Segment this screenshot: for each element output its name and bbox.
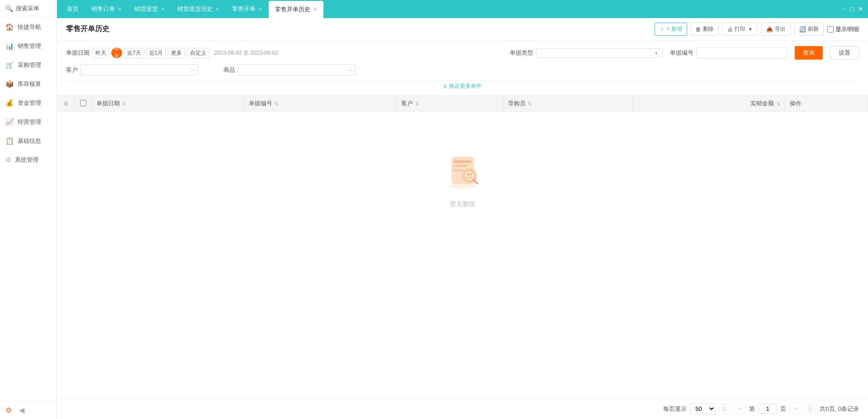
tab-retail-open-label: 零售开单 xyxy=(232,5,256,13)
system-icon: ⚙ xyxy=(5,156,11,164)
pagination: 每页显示 50 10 20 100 ⟨⟨ ＜ 第 页 ＞ ⟩⟩ 共0页, 0条记… xyxy=(57,398,868,419)
th-amount-label: 实销金额 xyxy=(750,100,774,107)
query-button[interactable]: 查询 xyxy=(795,46,823,60)
sidebar-item-finance[interactable]: 💰 资金管理 xyxy=(0,94,57,113)
svg-rect-2 xyxy=(454,160,472,163)
type-select-chevron-icon: ▼ xyxy=(654,51,659,56)
date-more-btn[interactable]: 更多 xyxy=(168,48,185,58)
sidebar-item-label: 基础信息 xyxy=(18,137,41,145)
goods-input-dots-icon[interactable]: ··· xyxy=(348,67,353,73)
type-select[interactable]: ▼ xyxy=(536,48,663,58)
sidebar-item-label: 采购管理 xyxy=(18,61,41,69)
table-container: ⚙ 单据日期 ⇅ 单据编号 ⇅ 客户 xyxy=(57,96,868,398)
current-page-input[interactable] xyxy=(759,404,777,414)
sidebar-item-inventory[interactable]: 📦 库存核算 xyxy=(0,75,57,94)
th-gear[interactable]: ⚙ xyxy=(57,96,75,112)
th-guide[interactable]: 导购员 ⇅ xyxy=(503,96,632,112)
sidebar-item-label: 经营管理 xyxy=(18,118,41,126)
sidebar-item-quick-nav[interactable]: 🏠 快捷导航 xyxy=(0,18,57,37)
filter-row-1: 单据日期 昨天 今天 近7天 近1月 更多 自定义 2023-06-02 至 2… xyxy=(66,46,859,60)
select-all-checkbox[interactable] xyxy=(80,100,86,106)
print-button[interactable]: 🖨 打印 ▼ xyxy=(722,23,758,36)
add-button[interactable]: ＋ + 新增 xyxy=(655,23,687,36)
date-label: 单据日期 xyxy=(66,49,90,57)
tab-sales-order-label: 销售订单 xyxy=(91,5,115,13)
sidebar-item-basic-info[interactable]: 📋 基础信息 xyxy=(0,132,57,151)
window-close-button[interactable]: ✕ xyxy=(858,5,863,13)
date-custom-btn[interactable]: 自定义 xyxy=(187,48,209,58)
sales-icon: 📊 xyxy=(5,42,14,50)
customer-label: 客户 xyxy=(66,66,78,74)
refresh-button[interactable]: 🔄 刷新 xyxy=(794,23,824,36)
display-detail-toggle[interactable]: 显示明细 xyxy=(827,25,859,33)
table-header-row: ⚙ 单据日期 ⇅ 单据编号 ⇅ 客户 xyxy=(57,96,868,112)
th-number[interactable]: 单据编号 ⇅ xyxy=(244,96,396,112)
page-header: 零售开单历史 ＋ + 新增 🗑 删除 🖨 打印 ▼ 📤 导出 xyxy=(57,18,868,41)
setting-button[interactable]: 设置 xyxy=(830,46,859,60)
customer-input-dots-icon[interactable]: ··· xyxy=(191,67,195,73)
customer-input[interactable] xyxy=(81,64,198,75)
display-detail-checkbox[interactable] xyxy=(827,26,834,33)
sidebar-item-sales-mgmt[interactable]: 📊 销售管理 xyxy=(0,37,57,56)
th-guide-label: 导购员 xyxy=(508,100,526,107)
sidebar-search[interactable]: 🔍 搜索采单 xyxy=(0,0,57,18)
tab-sales-order-close[interactable]: ✕ xyxy=(118,6,122,12)
sidebar-item-purchase-mgmt[interactable]: 🛒 采购管理 xyxy=(0,56,57,75)
sidebar-item-system[interactable]: ⚙ 系统管理 xyxy=(0,151,57,169)
th-check[interactable] xyxy=(75,96,91,112)
tab-retail-open-history-label: 零售开单历史 xyxy=(275,5,310,14)
last-page-button[interactable]: ⟩⟩ xyxy=(805,404,816,414)
tab-home[interactable]: 首页 xyxy=(61,0,85,18)
add-icon: ＋ xyxy=(659,25,665,33)
window-min-button[interactable]: － xyxy=(841,5,847,13)
tab-retail-open-history-close[interactable]: ✕ xyxy=(313,7,317,13)
sidebar-item-label: 销售管理 xyxy=(18,42,41,50)
window-max-button[interactable]: □ xyxy=(851,5,854,13)
th-number-label: 单据编号 xyxy=(249,100,272,107)
tab-sales-return-history-close[interactable]: ✕ xyxy=(215,6,219,12)
date-yesterday-btn[interactable]: 昨天 xyxy=(92,48,109,58)
export-button[interactable]: 📤 导出 xyxy=(761,23,791,36)
th-date[interactable]: 单据日期 ⇅ xyxy=(91,96,244,112)
filter-row-2: 客户 ··· 商品 ··· xyxy=(66,64,859,75)
date-shortcuts: 昨天 今天 近7天 近1月 更多 自定义 xyxy=(92,47,209,58)
goods-input[interactable] xyxy=(238,64,356,75)
tabbar: 首页 销售订单 ✕ 销货退货 ✕ 销货退货历史 ✕ 零售开单 ✕ 零售开单历史 … xyxy=(57,0,868,18)
th-customer-sort-icon: ⇅ xyxy=(415,101,419,106)
collapse-more-btn[interactable]: ∧ 收起更多条件 xyxy=(66,80,859,92)
date-1month-btn[interactable]: 近1月 xyxy=(146,48,166,58)
sidebar-collapse-icon[interactable]: ◀ xyxy=(19,406,24,414)
sidebar: 🔍 搜索采单 🏠 快捷导航 📊 销售管理 🛒 采购管理 📦 库存核算 💰 资金管… xyxy=(0,0,57,419)
date-today-btn[interactable]: 今天 xyxy=(111,47,122,58)
per-page-select[interactable]: 50 10 20 100 xyxy=(690,403,716,414)
tab-sales-return[interactable]: 销货退货 ✕ xyxy=(128,0,171,18)
tab-sales-return-close[interactable]: ✕ xyxy=(161,6,165,12)
customer-input-wrap: ··· xyxy=(81,64,198,75)
number-input-wrap xyxy=(696,47,787,59)
tab-retail-open-close[interactable]: ✕ xyxy=(258,6,262,12)
th-customer[interactable]: 客户 ⇅ xyxy=(396,96,503,112)
prev-page-button[interactable]: ＜ xyxy=(734,403,745,414)
number-input[interactable] xyxy=(696,47,787,59)
window-controls: － □ ✕ xyxy=(841,0,863,18)
tab-sales-order[interactable]: 销售订单 ✕ xyxy=(85,0,128,18)
tab-retail-open[interactable]: 零售开单 ✕ xyxy=(226,0,269,18)
data-table: ⚙ 单据日期 ⇅ 单据编号 ⇅ 客户 xyxy=(57,96,868,112)
delete-button[interactable]: 🗑 删除 xyxy=(691,23,719,36)
refresh-icon: 🔄 xyxy=(799,26,806,33)
sidebar-item-label: 资金管理 xyxy=(18,99,41,107)
filter-date: 单据日期 昨天 今天 近7天 近1月 更多 自定义 2023-06-02 至 2… xyxy=(66,47,278,58)
sidebar-item-label: 库存核算 xyxy=(18,80,41,88)
date-7days-btn[interactable]: 近7天 xyxy=(124,48,144,58)
export-label: 导出 xyxy=(775,25,786,33)
sidebar-settings-icon[interactable]: ⚙ xyxy=(5,406,12,414)
export-icon: 📤 xyxy=(766,26,773,33)
add-label: + 新增 xyxy=(667,25,682,33)
filter-customer: 客户 ··· xyxy=(66,64,198,75)
tab-sales-return-history[interactable]: 销货退货历史 ✕ xyxy=(171,0,226,18)
first-page-button[interactable]: ⟨⟨ xyxy=(719,404,730,414)
tab-retail-open-history[interactable]: 零售开单历史 ✕ xyxy=(269,1,323,18)
sidebar-item-operations[interactable]: 📈 经营管理 xyxy=(0,113,57,132)
next-page-button[interactable]: ＞ xyxy=(790,403,802,414)
th-amount[interactable]: 实销金额 ⇅ xyxy=(633,96,785,112)
